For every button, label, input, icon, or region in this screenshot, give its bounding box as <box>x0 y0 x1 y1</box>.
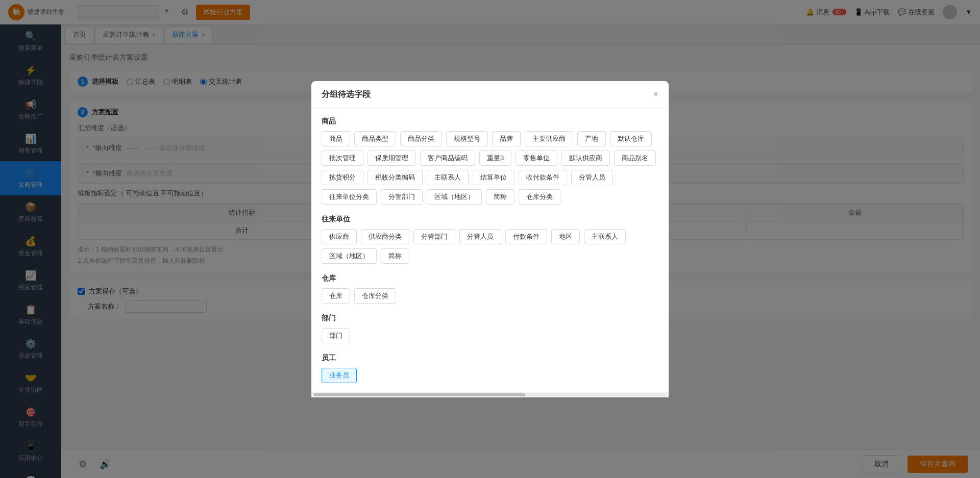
field-tag-0-2[interactable]: 商品分类 <box>400 131 442 146</box>
field-tag-0-8[interactable]: 批次管理 <box>322 150 363 166</box>
field-tag-2-0[interactable]: 仓库 <box>322 288 350 304</box>
modal: 分组待选字段 × 商品商品商品类型商品分类规格型号品牌主要供应商产地默认仓库批次… <box>311 81 669 397</box>
field-tag-0-11[interactable]: 重量3 <box>479 150 511 166</box>
field-tag-0-10[interactable]: 客户商品编码 <box>420 150 475 166</box>
field-tag-0-21[interactable]: 往来单位分类 <box>322 189 377 205</box>
modal-overlay: 分组待选字段 × 商品商品商品类型商品分类规格型号品牌主要供应商产地默认仓库批次… <box>0 0 980 478</box>
field-tag-1-7[interactable]: 区域（地区） <box>322 248 377 264</box>
field-tag-0-15[interactable]: 拣货积分 <box>322 170 363 185</box>
field-tag-0-19[interactable]: 收付款条件 <box>519 170 567 185</box>
field-tag-0-13[interactable]: 默认供应商 <box>561 150 610 166</box>
field-group-1: 往来单位供应商供应商分类分管部门分管人员付款条件地区主联系人区域（地区）简称 <box>322 215 658 264</box>
field-tag-1-8[interactable]: 简称 <box>381 248 409 264</box>
field-tag-0-20[interactable]: 分管人员 <box>571 170 613 185</box>
field-tag-0-5[interactable]: 主要供应商 <box>525 131 573 146</box>
scroll-thumb <box>313 393 525 396</box>
field-tag-0-4[interactable]: 品牌 <box>492 131 521 146</box>
field-tag-0-6[interactable]: 产地 <box>577 131 606 146</box>
field-tag-0-16[interactable]: 税收分类编码 <box>368 170 423 185</box>
field-tag-1-2[interactable]: 分管部门 <box>413 229 455 244</box>
field-tag-1-5[interactable]: 地区 <box>551 229 580 244</box>
field-tag-1-4[interactable]: 付款条件 <box>505 229 547 244</box>
field-list-1: 供应商供应商分类分管部门分管人员付款条件地区主联系人区域（地区）简称 <box>322 229 658 264</box>
modal-title: 分组待选字段 <box>322 89 371 100</box>
field-tag-0-3[interactable]: 规格型号 <box>446 131 488 146</box>
field-list-4: 业务员 <box>322 368 658 383</box>
field-group-0: 商品商品商品类型商品分类规格型号品牌主要供应商产地默认仓库批次管理保质期管理客户… <box>322 117 658 205</box>
field-tag-0-1[interactable]: 商品类型 <box>354 131 396 146</box>
field-tag-1-1[interactable]: 供应商分类 <box>361 229 409 244</box>
field-list-2: 仓库仓库分类 <box>322 288 658 304</box>
field-group-title-4: 员工 <box>322 354 658 363</box>
field-group-title-3: 部门 <box>322 314 658 323</box>
field-group-4: 员工业务员 <box>322 354 658 383</box>
field-list-0: 商品商品类型商品分类规格型号品牌主要供应商产地默认仓库批次管理保质期管理客户商品… <box>322 131 658 205</box>
field-tag-4-0[interactable]: 业务员 <box>322 368 357 383</box>
field-tag-1-0[interactable]: 供应商 <box>322 229 357 244</box>
field-group-3: 部门部门 <box>322 314 658 343</box>
field-tag-0-22[interactable]: 分管部门 <box>381 189 423 205</box>
modal-body[interactable]: 商品商品商品类型商品分类规格型号品牌主要供应商产地默认仓库批次管理保质期管理客户… <box>311 109 669 392</box>
field-group-title-0: 商品 <box>322 117 658 126</box>
field-tag-1-3[interactable]: 分管人员 <box>459 229 501 244</box>
field-tag-0-0[interactable]: 商品 <box>322 131 350 146</box>
horizontal-scrollbar[interactable] <box>311 392 669 397</box>
field-group-title-2: 仓库 <box>322 274 658 283</box>
field-group-title-1: 往来单位 <box>322 215 658 224</box>
field-tag-0-17[interactable]: 主联系人 <box>427 170 469 185</box>
scroll-track <box>313 393 667 396</box>
modal-header: 分组待选字段 × <box>311 81 669 109</box>
modal-close-button[interactable]: × <box>653 89 658 100</box>
field-list-3: 部门 <box>322 328 658 343</box>
field-tag-1-6[interactable]: 主联系人 <box>584 229 626 244</box>
field-tag-0-7[interactable]: 默认仓库 <box>610 131 652 146</box>
field-group-2: 仓库仓库仓库分类 <box>322 274 658 304</box>
field-tag-0-18[interactable]: 结算单位 <box>473 170 514 185</box>
field-tag-3-0[interactable]: 部门 <box>322 328 350 343</box>
field-tag-0-9[interactable]: 保质期管理 <box>368 150 416 166</box>
field-tag-2-1[interactable]: 仓库分类 <box>354 288 396 304</box>
field-tag-0-25[interactable]: 仓库分类 <box>519 189 560 205</box>
field-tag-0-12[interactable]: 零售单位 <box>516 150 557 166</box>
field-tag-0-23[interactable]: 区域（地区） <box>427 189 482 205</box>
field-tag-0-24[interactable]: 简称 <box>486 189 514 205</box>
field-tag-0-14[interactable]: 商品别名 <box>614 150 656 166</box>
